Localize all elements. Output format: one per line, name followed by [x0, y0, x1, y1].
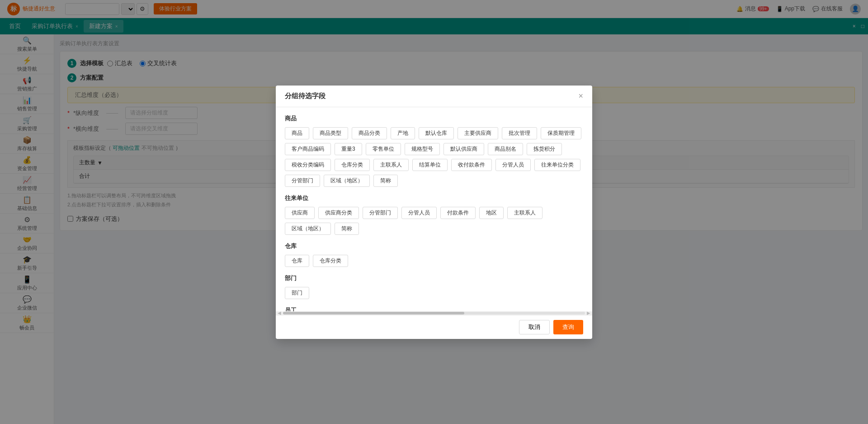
field-tag-product-10[interactable]: 零售单位: [366, 143, 401, 155]
field-tag-dept-0[interactable]: 部门: [285, 287, 309, 299]
field-tag-partner-6[interactable]: 主联系人: [507, 207, 542, 219]
field-tag-product-23[interactable]: 区域（地区）: [324, 175, 370, 187]
field-tag-partner-5[interactable]: 地区: [479, 207, 504, 219]
field-tag-product-1[interactable]: 商品类型: [313, 127, 348, 139]
field-tags-product: 商品 商品类型 商品分类 产地 默认仓库 主要供应商 批次管理 保质期管理 客户…: [285, 127, 583, 187]
field-tag-partner-0[interactable]: 供应商: [285, 207, 315, 219]
field-tag-warehouse-1[interactable]: 仓库分类: [313, 255, 348, 267]
modal-scrollbar[interactable]: ◀ ▶: [276, 311, 592, 315]
field-tag-product-2[interactable]: 商品分类: [352, 127, 387, 139]
field-tag-partner-1[interactable]: 供应商分类: [318, 207, 359, 219]
field-tags-warehouse: 仓库 仓库分类: [285, 255, 583, 267]
modal-footer: 取消 查询: [276, 315, 592, 339]
modal-title: 分组待选字段: [285, 92, 326, 100]
field-tag-product-6[interactable]: 批次管理: [502, 127, 537, 139]
field-tag-product-7[interactable]: 保质期管理: [541, 127, 581, 139]
field-tag-partner-2[interactable]: 分管部门: [363, 207, 398, 219]
field-tag-partner-4[interactable]: 付款条件: [440, 207, 476, 219]
field-tag-partner-7[interactable]: 区域（地区）: [285, 223, 331, 235]
field-tag-product-14[interactable]: 拣货积分: [527, 143, 562, 155]
field-tag-product-4[interactable]: 默认仓库: [419, 127, 454, 139]
field-tag-product-5[interactable]: 主要供应商: [458, 127, 498, 139]
field-tag-product-18[interactable]: 结算单位: [412, 159, 448, 171]
scrollbar-thumb[interactable]: [283, 312, 464, 314]
field-section-warehouse: 仓库 仓库 仓库分类: [285, 242, 583, 267]
field-section-product-title: 商品: [285, 114, 583, 123]
modal-body[interactable]: 商品 商品 商品类型 商品分类 产地 默认仓库 主要供应商 批次管理 保质期管理…: [276, 107, 592, 311]
field-tag-product-19[interactable]: 收付款条件: [451, 159, 492, 171]
field-tag-product-17[interactable]: 主联系人: [373, 159, 409, 171]
modal-close-button[interactable]: ×: [578, 92, 583, 100]
field-tag-product-13[interactable]: 商品别名: [488, 143, 523, 155]
field-tag-product-24[interactable]: 简称: [373, 175, 398, 187]
field-tag-partner-3[interactable]: 分管人员: [401, 207, 437, 219]
scrollbar-track[interactable]: [283, 312, 585, 314]
field-tag-partner-8[interactable]: 简称: [335, 223, 359, 235]
field-tag-product-11[interactable]: 规格型号: [405, 143, 440, 155]
field-section-employee: 员工 业务员: [285, 306, 583, 311]
field-section-partner: 往来单位 供应商 供应商分类 分管部门 分管人员 付款条件 地区 主联系人 区域…: [285, 194, 583, 235]
field-section-dept-title: 部门: [285, 274, 583, 282]
field-tag-product-0[interactable]: 商品: [285, 127, 309, 139]
modal: 分组待选字段 × 商品 商品 商品类型 商品分类 产地 默认仓库 主要供应商 批…: [276, 86, 592, 339]
field-tag-product-9[interactable]: 重量3: [335, 143, 362, 155]
confirm-button[interactable]: 查询: [553, 320, 583, 334]
field-section-warehouse-title: 仓库: [285, 242, 583, 250]
modal-header: 分组待选字段 ×: [276, 86, 592, 107]
field-section-partner-title: 往来单位: [285, 194, 583, 202]
field-section-employee-title: 员工: [285, 306, 583, 311]
field-tag-product-15[interactable]: 税收分类编码: [285, 159, 331, 171]
field-tag-product-21[interactable]: 往来单位分类: [534, 159, 580, 171]
field-section-dept: 部门 部门: [285, 274, 583, 299]
field-tags-dept: 部门: [285, 287, 583, 299]
field-tag-product-12[interactable]: 默认供应商: [443, 143, 484, 155]
field-tag-product-20[interactable]: 分管人员: [495, 159, 531, 171]
field-tag-product-3[interactable]: 产地: [391, 127, 415, 139]
field-tag-product-8[interactable]: 客户商品编码: [285, 143, 331, 155]
field-tag-product-16[interactable]: 仓库分类: [335, 159, 370, 171]
modal-overlay: 分组待选字段 × 商品 商品 商品类型 商品分类 产地 默认仓库 主要供应商 批…: [0, 0, 868, 424]
field-tags-partner: 供应商 供应商分类 分管部门 分管人员 付款条件 地区 主联系人 区域（地区） …: [285, 207, 583, 235]
field-section-product: 商品 商品 商品类型 商品分类 产地 默认仓库 主要供应商 批次管理 保质期管理…: [285, 114, 583, 187]
field-tag-product-22[interactable]: 分管部门: [285, 175, 320, 187]
cancel-button[interactable]: 取消: [519, 320, 550, 334]
field-tag-warehouse-0[interactable]: 仓库: [285, 255, 309, 267]
